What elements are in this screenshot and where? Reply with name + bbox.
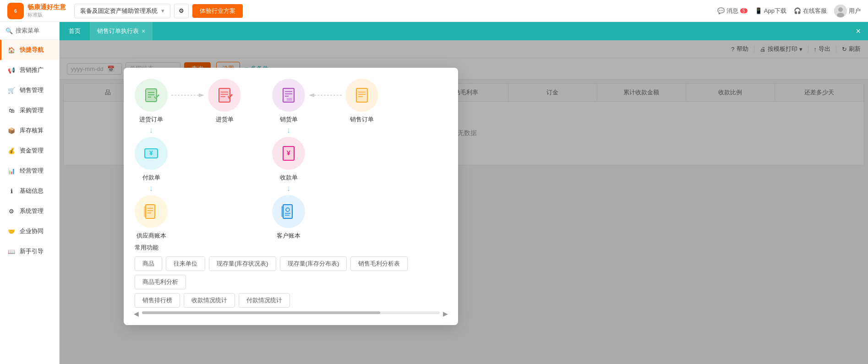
sales-order-circle [345, 79, 378, 112]
app-container: 6 畅康通好生意 标准版 装备及固定资产辅助管理系统 ▾ ⚙ 体验行业方案 💬 … [0, 0, 868, 364]
supplier-ledger-node[interactable]: 供应商账本 [135, 195, 168, 240]
purchase-icon: 🛍 [7, 106, 16, 115]
logo-icon: 6 [7, 3, 24, 19]
func-payment-stats-button[interactable]: 付款情况统计 [239, 293, 290, 308]
system-selector[interactable]: 装备及固定资产辅助管理系统 ▾ [74, 4, 170, 18]
modal-scrollbar [142, 311, 440, 314]
app-download-button[interactable]: 📱 App下载 [755, 7, 786, 15]
sidebar-item-system[interactable]: ⚙ 系统管理 [0, 201, 59, 221]
sidebar-item-sales[interactable]: 🛒 销售管理 [0, 80, 59, 100]
sidebar-item-basic-info[interactable]: ℹ 基础信息 [0, 181, 59, 201]
sales-order-node[interactable]: 销售订单 [345, 79, 378, 124]
purchase-bill-col: 进货单 [208, 79, 241, 124]
sidebar-item-cooperation[interactable]: 🤝 企业协同 [0, 221, 59, 241]
func-buttons-row1: 商品 往来单位 现存量(库存状况表) 现存量(库存分布表) 销售毛利分析表 商品… [135, 256, 447, 289]
purchase-bill-node[interactable]: 进货单 [208, 79, 241, 124]
customer-ledger-node[interactable]: 客户账本 [272, 195, 305, 240]
guide-icon: 📖 [7, 247, 16, 256]
top-bar: 6 畅康通好生意 标准版 装备及固定资产辅助管理系统 ▾ ⚙ 体验行业方案 💬 … [0, 0, 868, 22]
logo-area: 6 畅康通好生意 标准版 [7, 3, 67, 19]
receipt-circle: ¥ [272, 137, 305, 170]
finance-icon: 💰 [7, 146, 16, 155]
svg-rect-33 [287, 98, 292, 101]
settings-button[interactable]: ⚙ [174, 4, 189, 18]
func-receipt-stats-button[interactable]: 收款情况统计 [184, 293, 235, 308]
megaphone-icon: 📢 [7, 65, 16, 75]
purchase-order-label: 进货订单 [139, 115, 163, 124]
sidebar-item-quick-nav[interactable]: 🏠 快捷导航 [0, 40, 59, 60]
sidebar: 🔍 搜索菜单 🏠 快捷导航 📢 营销推广 🛒 销售管理 🛍 采购管理 📦 [0, 22, 60, 364]
inventory-icon: 📦 [7, 126, 16, 135]
scrollbar-thumb[interactable] [142, 311, 380, 314]
message-button[interactable]: 💬 消息 5 [717, 7, 748, 15]
svg-point-4 [837, 13, 844, 17]
func-inventory-dist-button[interactable]: 现存量(库存分布表) [280, 256, 347, 271]
system-icon: ⚙ [7, 206, 16, 216]
purchase-order-node[interactable]: 进货订单 [135, 79, 168, 124]
left-flow-col: 进货订单 ↓ ¥ [135, 79, 168, 240]
search-menu-button[interactable]: 🔍 搜索菜单 [0, 22, 59, 40]
gear-icon: ⚙ [179, 7, 184, 14]
receipt-node[interactable]: ¥ 收款单 [272, 137, 305, 182]
online-service-button[interactable]: 🎧 在线客服 [794, 7, 827, 15]
search-icon: 🔍 [5, 27, 13, 34]
svg-rect-39 [281, 206, 283, 217]
sidebar-item-operations[interactable]: 📊 经营管理 [0, 161, 59, 181]
receipt-label: 收款单 [280, 174, 298, 182]
func-product-button[interactable]: 商品 [135, 256, 162, 271]
tab-close-button[interactable]: × [142, 27, 145, 35]
arrow-purchase-order-to-bill [169, 79, 206, 103]
scroll-right-arrow[interactable]: ▶ [443, 310, 448, 317]
sidebar-item-finance[interactable]: 💰 资金管理 [0, 141, 59, 161]
chevron-down-icon: ▾ [161, 7, 164, 14]
purchase-bill-label: 进货单 [216, 115, 234, 124]
purchase-order-circle [135, 79, 168, 112]
func-sales-profit-button[interactable]: 销售毛利分析表 [350, 256, 408, 271]
supplier-ledger-circle [135, 195, 168, 228]
arrow-sales-order-to-bill [307, 79, 344, 103]
sidebar-item-inventory[interactable]: 📦 库存核算 [0, 120, 59, 141]
payment-label: 付款单 [142, 174, 160, 182]
sales-order-col: 销售订单 [345, 79, 378, 124]
sales-order-label: 销售订单 [350, 115, 374, 124]
page-content: ? 帮助 🖨 按模板打印 ▾ ↑ 导出 [60, 40, 868, 364]
modal-overlay[interactable]: 进货订单 ↓ ¥ [60, 40, 868, 364]
try-industry-button[interactable]: 体验行业方案 [192, 4, 243, 18]
sales-bill-node[interactable]: 销货单 [272, 79, 305, 124]
sales-icon: 🛒 [7, 86, 16, 95]
func-partner-button[interactable]: 往来单位 [166, 256, 205, 271]
info-icon: ℹ [7, 186, 16, 196]
sidebar-item-purchase[interactable]: 🛍 采购管理 [0, 100, 59, 120]
svg-text:¥: ¥ [287, 149, 290, 157]
supplier-ledger-label: 供应商账本 [136, 232, 166, 240]
svg-rect-14 [146, 205, 155, 218]
headset-icon: 🎧 [794, 7, 801, 14]
message-icon: 💬 [717, 7, 725, 14]
sales-bill-col: 销货单 ↓ ¥ [272, 79, 305, 240]
func-sales-rank-button[interactable]: 销售排行榜 [135, 293, 180, 308]
sidebar-item-marketing[interactable]: 📢 营销推广 [0, 60, 59, 80]
avatar [834, 5, 847, 17]
message-badge: 5 [740, 8, 748, 13]
close-all-tabs-button[interactable]: × [856, 27, 861, 36]
payment-node[interactable]: ¥ 付款单 [135, 137, 168, 182]
sidebar-item-guide[interactable]: 📖 新手引导 [0, 241, 59, 261]
main-area: 🔍 搜索菜单 🏠 快捷导航 📢 营销推广 🛒 销售管理 🛍 采购管理 📦 [0, 22, 868, 364]
quick-guide-modal: 进货订单 ↓ ¥ [124, 68, 458, 325]
svg-marker-21 [199, 93, 204, 97]
logo-text: 畅康通好生意 标准版 [27, 3, 66, 18]
svg-rect-22 [219, 88, 230, 102]
operations-icon: 📊 [7, 166, 16, 175]
scroll-left-arrow[interactable]: ◀ [134, 310, 139, 317]
top-right-actions: 💬 消息 5 📱 App下载 🎧 在线客服 用户 [717, 5, 861, 17]
svg-text:¥: ¥ [149, 149, 153, 157]
svg-rect-16 [144, 206, 146, 217]
tab-sales-execution[interactable]: 销售订单执行表 × [90, 22, 153, 40]
func-buttons-row2: 销售排行榜 收款情况统计 付款情况统计 [135, 293, 447, 308]
func-inventory-status-button[interactable]: 现存量(库存状况表) [209, 256, 276, 271]
user-menu[interactable]: 用户 [834, 5, 861, 17]
common-functions-section: 常用功能 商品 往来单位 现存量(库存状况表) 现存量(库存分布表) 销售毛利分… [135, 244, 447, 308]
tab-home[interactable]: 首页 [60, 22, 90, 40]
func-product-profit-button[interactable]: 商品毛利分析 [135, 275, 186, 289]
customer-ledger-circle [272, 195, 305, 228]
